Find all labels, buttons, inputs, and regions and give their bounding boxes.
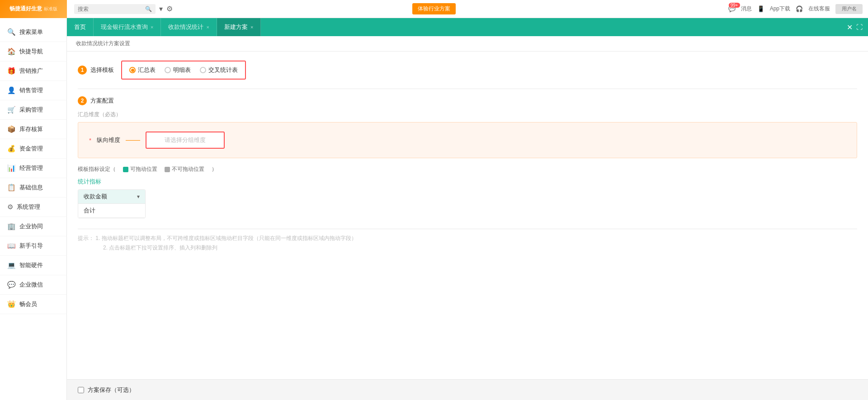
- app-download-label: App下载: [770, 5, 790, 13]
- vertical-dim-label: 纵向维度: [97, 136, 120, 144]
- dim-placeholder-box[interactable]: 请选择分组维度: [146, 132, 225, 149]
- save-checkbox[interactable]: [78, 387, 84, 393]
- sidebar-item-guide[interactable]: 📖 新手引导: [0, 236, 66, 256]
- non-draggable-badge: 不可拖动位置: [165, 165, 204, 173]
- search-menu-icon: 🔍: [7, 28, 16, 36]
- radio-cross-circle: [200, 67, 206, 73]
- sidebar-item-sales[interactable]: 👤 销售管理: [0, 81, 66, 100]
- step2-section: 2 方案配置 汇总维度（必选） * 纵向维度: [78, 96, 857, 252]
- metrics-table: 收款金额 ▾ 合计: [78, 189, 146, 218]
- sidebar-item-enterprise[interactable]: 🏢 企业协同: [0, 217, 66, 236]
- sidebar-item-inventory[interactable]: 📦 库存核算: [0, 120, 66, 139]
- search-input[interactable]: [74, 4, 156, 14]
- radio-summary-circle: [129, 67, 136, 73]
- user-info[interactable]: 用户名: [835, 4, 863, 14]
- sales-icon: 👤: [7, 86, 16, 94]
- save-section: 方案保存（可选）: [67, 379, 868, 400]
- dimension-label: 汇总维度（必选）: [78, 111, 857, 118]
- member-icon: 👑: [7, 300, 16, 308]
- metrics-header: 模板指标设定（ 可拖动位置 不可拖动位置 ）: [78, 165, 857, 173]
- window-close-btn[interactable]: ✕: [847, 23, 853, 32]
- sidebar-item-wechat[interactable]: 💬 企业微信: [0, 275, 66, 295]
- drag-icon-gray: [165, 167, 170, 172]
- dimension-section: 汇总维度（必选） * 纵向维度 —— 请选择分组维度: [78, 111, 857, 158]
- tips-section: 提示： 1. 拖动标题栏可以调整布局，不可跨维度或指标区域拖动栏目字段（只能在同…: [78, 229, 857, 252]
- breadcrumb: 收款情况统计方案设置: [67, 36, 868, 52]
- template-select-box: 汇总表 明细表 交叉统计表: [121, 61, 246, 80]
- marketing-icon: 🎁: [7, 67, 16, 75]
- enterprise-icon: 🏢: [7, 222, 16, 231]
- drag-icon-blue: [123, 167, 128, 172]
- dropdown-icon[interactable]: ▾: [159, 5, 163, 13]
- sidebar-item-hardware[interactable]: 💻 智能硬件: [0, 256, 66, 275]
- tab-bank-flow-close[interactable]: ×: [151, 24, 153, 30]
- notification-wrap: 💬 99+: [728, 5, 736, 12]
- radio-summary[interactable]: 汇总表: [129, 66, 156, 74]
- logo-tag: 标准版: [44, 6, 57, 12]
- sidebar-item-marketing[interactable]: 🎁 营销推广: [0, 61, 66, 81]
- notification-badge: 99+: [729, 3, 740, 8]
- sidebar-item-operation[interactable]: 📊 经营管理: [0, 159, 66, 178]
- sidebar-item-search-menu[interactable]: 🔍 搜索菜单: [0, 23, 66, 42]
- step1-num: 1: [78, 66, 87, 75]
- guide-icon: 📖: [7, 242, 16, 250]
- metrics-col-total: 合计: [78, 204, 145, 218]
- wechat-icon: 💬: [7, 281, 16, 289]
- save-label: 方案保存（可选）: [88, 386, 135, 394]
- draggable-badge: 可拖动位置: [123, 165, 157, 173]
- window-expand-btn[interactable]: ⛶: [856, 24, 863, 31]
- sys-mgmt-icon: ⚙: [7, 203, 13, 211]
- metrics-col-header[interactable]: 收款金额 ▾: [78, 190, 145, 204]
- support-label: 在线客服: [808, 5, 830, 13]
- inventory-icon: 📦: [7, 125, 16, 133]
- gear-icon[interactable]: ⚙: [166, 5, 173, 13]
- tab-bank-flow[interactable]: 现金银行流水查询 ×: [94, 18, 161, 36]
- step2-num: 2: [78, 96, 87, 105]
- capital-icon: 💰: [7, 145, 16, 153]
- required-mark: *: [89, 137, 91, 144]
- sidebar-item-purchase[interactable]: 🛒 采购管理: [0, 100, 66, 120]
- search-icon: 🔍: [145, 6, 152, 12]
- step1-label: 选择模板: [90, 66, 114, 74]
- logo-name: 畅捷通好生意: [9, 5, 42, 13]
- sidebar-item-sys-mgmt[interactable]: ⚙ 系统管理: [0, 198, 66, 217]
- tab-collection-stat-close[interactable]: ×: [206, 24, 209, 30]
- stat-label: 统计指标: [78, 178, 857, 186]
- basic-info-icon: 📋: [7, 184, 16, 192]
- radio-cross[interactable]: 交叉统计表: [200, 66, 238, 74]
- purchase-icon: 🛒: [7, 106, 16, 114]
- col-dropdown-icon[interactable]: ▾: [137, 193, 140, 200]
- notification-label: 消息: [741, 5, 752, 13]
- metrics-section: 模板指标设定（ 可拖动位置 不可拖动位置 ）: [78, 165, 857, 220]
- operation-icon: 📊: [7, 164, 16, 172]
- tab-collection-stat[interactable]: 收款情况统计 ×: [161, 18, 217, 36]
- quick-nav-icon: 🏠: [7, 47, 16, 56]
- hardware-icon: 💻: [7, 261, 16, 269]
- tab-home[interactable]: 首页: [67, 18, 94, 36]
- radio-detail[interactable]: 明细表: [165, 66, 191, 74]
- support-icon[interactable]: 🎧: [796, 5, 803, 12]
- step1-section: 1 选择模板 汇总表: [78, 61, 857, 80]
- tabs-bar: 首页 现金银行流水查询 × 收款情况统计 × 新建方案 × ✕ ⛶: [67, 18, 868, 36]
- sidebar-item-quick-nav[interactable]: 🏠 快捷导航: [0, 42, 66, 61]
- dim-arrow: ——: [126, 136, 140, 144]
- sidebar-item-basic-info[interactable]: 📋 基础信息: [0, 178, 66, 198]
- step2-label: 方案配置: [90, 97, 114, 105]
- radio-detail-circle: [165, 67, 171, 73]
- sidebar-item-member[interactable]: 👑 畅会员: [0, 295, 66, 314]
- app-download-icon[interactable]: 📱: [757, 5, 764, 12]
- tab-new-plan-close[interactable]: ×: [250, 24, 253, 30]
- tab-new-plan[interactable]: 新建方案 ×: [217, 18, 261, 36]
- dimension-area: * 纵向维度 —— 请选择分组维度: [78, 122, 857, 158]
- sidebar-item-capital[interactable]: 💰 资金管理: [0, 139, 66, 159]
- industry-btn[interactable]: 体验行业方案: [412, 3, 456, 14]
